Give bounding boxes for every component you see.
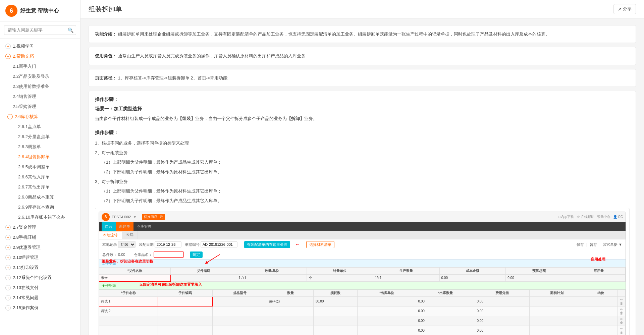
sidebar-item-2-7[interactable]: + 2.7资金管理 — [0, 222, 80, 232]
mock-app: 6 TEST-H002 ▼ 切换商店--云 □ App下载 ☆ 在线帮助 帮助中… — [99, 212, 626, 335]
sidebar-label-2-9: 2.9优惠券管理 — [13, 244, 41, 250]
scene1-desc: 当由多个子件材料组装成一个成品的业务为【组装】业务，当由一个父件拆分成多个子产品… — [95, 115, 630, 123]
sidebar-item-2-1[interactable]: 2.1新手入门 — [0, 61, 80, 71]
table-row: 调试 1 位(+位) 30.00 0.00 0.00 — [99, 296, 626, 306]
sidebar-item-2-6-9[interactable]: 2.6.9库存账本查询 — [0, 202, 80, 212]
sidebar-item-2-6-10[interactable]: 2.6.10库存账本错了么办 — [0, 212, 80, 222]
sidebar-item-2-2[interactable]: 2.2产品安装及登录 — [0, 71, 80, 81]
sidebar-item-2-14[interactable]: + 2.14常见问题 — [0, 293, 80, 303]
cell-prod-qty: 1/+1 — [373, 274, 439, 281]
col-header-2: 父件编码 — [170, 267, 237, 274]
sidebar-item-2-6-5[interactable]: 2.6.5成本调整单 — [0, 162, 80, 172]
mock-qty-label: 总件数： — [102, 253, 117, 257]
sidebar-item-2-10[interactable]: + 2.10经营管理 — [0, 253, 80, 263]
steps-sub-title: 操作步骤： — [95, 130, 630, 136]
annotation-zero-entry: 无固定清单可在组装拆卸这里置零录入 — [139, 282, 202, 287]
cell-sub-name: 调试 1 — [99, 296, 158, 306]
sidebar-item-2-8[interactable]: + 2.8手机旺铺 — [0, 232, 80, 242]
main-header: 组装拆卸单 ↗ 分享 — [80, 0, 644, 18]
mock-arrow-left: ← — [295, 241, 300, 247]
sidebar-label-2-8: 2.8手机旺铺 — [13, 234, 36, 240]
sidebar-item-2-6[interactable]: − 2.6库存核算 — [0, 112, 80, 122]
mock-date-input[interactable] — [155, 241, 181, 247]
sidebar-item-2-6-2[interactable]: 2.6.2分量盘点单 — [0, 132, 80, 142]
table-row: 调试 2 0.00 0.00 — [99, 306, 626, 316]
cell-avail — [572, 274, 625, 281]
sidebar-item-2-6-3[interactable]: 2.6.3调拨单 — [0, 142, 80, 152]
intro-text: 组装拆卸单用来处理企业组装或拆卸等加工业务，支持有固定装配清单的产品加工业务，也… — [118, 32, 550, 37]
col-header-7: 预算总额 — [506, 267, 572, 274]
cell-code — [170, 274, 237, 281]
intro-label: 功能介绍： — [95, 32, 117, 37]
mock-action-labels: 保存 ｜ 暂存 ｜ 其它单据 ▼ — [577, 242, 622, 247]
path-block: 页面路径： 1、库存核算->库存管理->组装拆卸单 2、首页->常用功能 — [89, 69, 636, 87]
table-row: 米米 1 /+1 个 1/+1 0.00 0.00 — [99, 274, 626, 281]
sub-col-5: 损耗数 — [314, 289, 358, 296]
sidebar-item-1[interactable]: + 1.视频学习 — [0, 41, 80, 51]
mock-nav-user: 👤 CC — [613, 215, 623, 219]
mock-form-row2: 总件数： 0.00 仓库品名： 确定 组装业务、拆卸业务在这里切换 — [99, 250, 626, 260]
sidebar-item-2-9[interactable]: + 2.9优惠券管理 — [0, 242, 80, 253]
sidebar-item-2-6-4[interactable]: 2.6.4组装拆卸单 — [0, 152, 80, 162]
sidebar-label-2-13: 2.13在线支付 — [13, 285, 39, 291]
mock-form-bar: 本地记录 组装 拆卸 装配日期 单据编号 — [99, 239, 626, 250]
mock-switch-btn[interactable]: 切换商店--云 — [142, 214, 165, 220]
sub-col-9: 期初计划 — [530, 289, 584, 296]
mock-upper-table: *父件名称 父件编码 数量/单位 计量单位 生产数量 成本金额 预算总额 可用量 — [99, 267, 626, 282]
search-button[interactable]: 🔍 — [68, 27, 73, 33]
mock-tab-local[interactable]: 本地流转 — [99, 231, 122, 239]
mock-confirm-btn[interactable]: 确定 — [190, 252, 203, 258]
mock-tab-cloud[interactable]: 云端 — [122, 231, 138, 239]
sidebar-item-2-6-1[interactable]: 2.6.1盘点单 — [0, 122, 80, 132]
sidebar-item-2-3[interactable]: 2.3使用前数据准备 — [0, 81, 80, 92]
sidebar-item-2[interactable]: − 2.帮助文档 — [0, 51, 80, 61]
sub-col-2: 子件编码 — [158, 289, 213, 296]
mock-nav-bar: 自营 新建单 仓库管理 — [99, 222, 626, 231]
sidebar-item-2-4[interactable]: 2.4销售管理 — [0, 92, 80, 102]
col-header-8: 可用量 — [572, 267, 625, 274]
sidebar-item-2-13[interactable]: + 2.13在线支付 — [0, 283, 80, 293]
expand-icon-1: + — [5, 44, 11, 49]
mock-type-select[interactable]: 组装 拆卸 — [118, 241, 136, 248]
mock-nav-home[interactable]: 自营 — [102, 222, 116, 231]
sidebar-item-2-15[interactable]: + 2.15操作案例 — [0, 303, 80, 313]
mock-upper-table-wrap: *父件名称 父件编码 数量/单位 计量单位 生产数量 成本金额 预算总额 可用量 — [99, 267, 626, 282]
sidebar-label-2-10: 2.10经营管理 — [13, 255, 39, 261]
mock-nav-new[interactable]: 新建单 — [116, 222, 133, 231]
mock-qty-value: 0.00 — [118, 253, 125, 257]
mock-lower-table: *子件名称 子件编码 规格型号 数量 损耗数 *出库单位 *出库数量 费用分担 … — [99, 289, 626, 335]
sidebar-item-2-12[interactable]: + 2.12系统个性化设置 — [0, 273, 80, 283]
expand-icon-2-7: + — [5, 225, 11, 230]
sidebar-item-2-6-8[interactable]: 2.6.8商品成本重算 — [0, 192, 80, 202]
sidebar-item-2-5[interactable]: 2.5采购管理 — [0, 102, 80, 112]
sidebar-item-2-6-6[interactable]: 2.6.6其他入库单 — [0, 172, 80, 182]
mock-warehouse-input[interactable] — [154, 252, 184, 258]
mock-lower-header: 子件明细 无固定清单可在组装拆卸这里置零录入 — [99, 282, 626, 289]
expand-icon-2-15: + — [5, 305, 11, 311]
role-label: 使用角色： — [95, 53, 117, 58]
mock-nav-other[interactable]: 仓库管理 — [133, 222, 155, 231]
mock-order-input[interactable] — [201, 241, 237, 247]
role-block: 使用角色： 通常由生产人员或库管人员完成拆装业务的操作，库管人员确认原材料的出库… — [89, 47, 636, 65]
cell-qty: 1 /+1 — [237, 274, 307, 281]
sidebar-item-2-6-7[interactable]: 2.6.7其他出库单 — [0, 182, 80, 192]
mock-choose-btn[interactable]: 选择材料清单 — [306, 241, 334, 248]
sidebar-item-2-11[interactable]: + 2.11打印设置 — [0, 263, 80, 273]
sidebar-label-1: 1.视频学习 — [13, 43, 34, 49]
mock-dropdown-icon: ▼ — [133, 215, 137, 219]
sidebar-label-2: 2.帮助文档 — [13, 53, 34, 59]
intro-block: 功能介绍： 组装拆卸单用来处理企业组装或拆卸等加工业务，支持有固定装配清单的产品… — [89, 25, 636, 43]
sidebar: 6 好生意 帮助中心 🔍 + 1.视频学习 − 2.帮助文档 2.1新手入门 2… — [0, 0, 80, 335]
screenshot-container: 6 TEST-H002 ▼ 切换商店--云 □ App下载 ☆ 在线帮助 帮助中… — [95, 208, 630, 335]
search-input[interactable] — [4, 25, 76, 35]
expand-icon-2-12: + — [5, 275, 11, 280]
mock-nav-center: 帮助中心 — [597, 215, 610, 219]
share-icon: ↗ — [618, 7, 622, 12]
mock-tabs: 本地流转 云端 — [99, 231, 626, 239]
cell-cost: 0.00 — [439, 274, 506, 281]
sidebar-label-2-7: 2.7资金管理 — [13, 224, 36, 230]
mock-logo: 6 — [102, 213, 110, 221]
cell-budget: 0.00 — [506, 274, 572, 281]
share-button[interactable]: ↗ 分享 — [613, 4, 636, 14]
sub-col-8: 费用分担 — [475, 289, 530, 296]
